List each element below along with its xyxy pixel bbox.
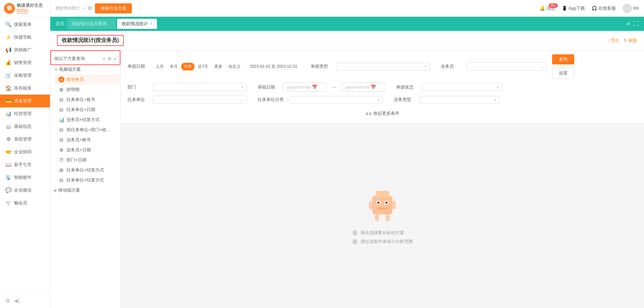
bell-icon: 🔔 [540,6,545,11]
sales-icon: 💰 [5,60,11,66]
trial-button[interactable]: 体验行业方案 [95,3,132,13]
sidebar-item-sales[interactable]: 💰 销售管理 [0,56,50,69]
desktop-group-header[interactable]: ▼ 电脑端方案 [50,64,120,74]
sidebar-footer: ⚙ ◀‖ [0,293,50,308]
sidebar-item-marketing[interactable]: 📢 营销推广 [0,44,50,56]
tree-item-counterpart-dept[interactable]: ⊟ 按往来单位+部门+收... [54,125,120,135]
counterpart-label: 往来单位 [127,97,148,103]
sidebar-logo: 畅 畅捷通好生意 标准版 [0,0,50,17]
review-date-from[interactable]: yyyy-mm-dd 📅 [283,83,327,92]
header-gear-icon[interactable]: ⚙ [88,5,92,11]
counterpart-input[interactable]: ... [153,96,247,104]
tree-item-by-detail[interactable]: ⊞ 按明细 [54,85,120,95]
sidebar: 畅 畅捷通好生意 标准版 🔍 搜索菜单 ⚡ 快捷导航 📢 营销推广 💰 销售管理… [0,0,50,308]
sidebar-menu: 🔍 搜索菜单 ⚡ 快捷导航 📢 营销推广 💰 销售管理 🛒 采购管理 🏠 库存核… [0,17,50,293]
sidebar-item-purchase[interactable]: 🛒 采购管理 [0,69,50,82]
sidebar-settings-icon[interactable]: ⚙ [5,298,10,304]
tab-bank-flow-close[interactable]: × [109,21,111,26]
avatar-img [623,4,632,13]
sidebar-item-quick-nav[interactable]: ⚡ 快捷导航 [0,31,50,44]
sidebar-item-inventory[interactable]: 🏠 库存核算 [0,82,50,95]
review-date-to[interactable]: yyyy-mm-dd 📅 [342,83,385,92]
robot-svg [362,184,402,224]
counterpart-cat-select[interactable]: ▾ [289,96,383,104]
empty-illustration: 1 请先选择要分析的方案 2 用过滤条件来缩小分析范围 [352,184,413,247]
salesman-input[interactable]: ... [466,62,547,70]
tree-item-counterpart-settlement2[interactable]: ⊟ 往来单位+结算方式 [54,175,120,185]
counterpart-cat-arrow: ▾ [378,98,379,102]
sidebar-item-member[interactable]: ▽ 畅会员 [0,197,50,209]
sidebar-item-search-menu[interactable]: 🔍 搜索菜单 [0,18,50,31]
sidebar-item-wechat[interactable]: 💬 企业微信 [0,184,50,197]
panel-settings-icon[interactable]: ⚙ [107,56,112,61]
desktop-group-items: ● 按业务员 ⊞ 按明细 ⊟ 往来单位+账号 ⊟ 往来单位+日期 [50,74,120,185]
counterpart-more-btn[interactable]: ... [240,97,244,102]
panel-add-icon[interactable]: + [103,56,105,61]
date-tab-more[interactable]: 更多 [212,63,225,70]
sidebar-item-basic[interactable]: 🗂 基础信息 [0,120,50,133]
sidebar-item-operation[interactable]: 📊 经营管理 [0,107,50,120]
filter-area: 单据日期 上月 本月 本年 近7天 更多 自定义 2023-01-01 至 20… [121,50,644,123]
tree-item-salesman-date[interactable]: ⚙ 业务员+日期 [54,145,120,155]
sidebar-item-guide[interactable]: 📖 新手引导 [0,158,50,171]
tree-item-salesman-settlement[interactable]: 📊 业务员+结算方式 [54,115,120,125]
tab-collection-stats[interactable]: 收款情况统计 × [117,19,157,29]
tab-bank-flow[interactable]: 现金银行流水查询 × [67,19,116,29]
header-right: 🔔 消息 99+ 📱 App下载 🎧 在线客服 Rit [540,4,639,13]
biz-type-label: 业务类型 [394,97,414,103]
query-button[interactable]: 查询 [552,54,574,64]
online-service-action[interactable]: 🎧 在线客服 [592,5,616,11]
tree-item-salesman-account[interactable]: ⊟ 业务员+账号 [54,135,120,145]
tree-item-counterpart-account[interactable]: ⊟ 往来单位+账号 [54,95,120,105]
salesman-more-btn[interactable]: ... [540,64,544,69]
tree-item-by-salesman[interactable]: ● 按业务员 [54,74,120,85]
empty-step-1: 1 请先选择要分析的方案 [352,230,413,236]
svg-rect-10 [375,214,379,221]
tree-item-dept-date[interactable]: ⏱ 部门+日期 [54,155,120,165]
empty-step-2: 2 用过滤条件来缩小分析范围 [352,239,413,245]
page-actions: ↑ 导出 ↻ 刷新 [607,38,638,44]
sidebar-collapse-icon[interactable]: ◀‖ [14,298,20,303]
settings-button[interactable]: 设置 [552,68,574,79]
collapse-button[interactable]: ∧∧ 收起更多条件 [365,110,399,116]
sidebar-item-system[interactable]: ⚙ 系统管理 [0,133,50,146]
user-avatar[interactable]: Rit [623,4,639,13]
refresh-button[interactable]: ↻ 刷新 [624,38,637,44]
mobile-group-header[interactable]: ▶ 移动端方案 [50,185,120,195]
biz-type-select[interactable]: ▾ [419,96,500,104]
date-tab-custom[interactable]: 自定义 [226,63,243,70]
svg-rect-2 [376,191,389,198]
date-tab-last-month[interactable]: 上月 [153,63,166,70]
salesman-date-icon: ⚙ [58,147,64,153]
tree-item-counterpart-date[interactable]: ⊟ 往来单位+日期 [54,105,120,115]
member-icon: ▽ [5,200,11,206]
tab-collection-stats-close[interactable]: × [150,21,152,26]
counterpart-dept-icon: ⊟ [58,127,64,133]
system-icon: ⚙ [5,136,11,142]
panel-collapse-icon[interactable]: « [114,56,116,61]
main-area: 收款情况统计 ▾ ⚙ 体验行业方案 🔔 消息 99+ 📱 App下载 🎧 在线客… [50,0,644,308]
wechat-icon: 💬 [5,187,11,193]
tree-item-counterpart-settlement1[interactable]: ⊞ 往来单位+结算方式 [54,165,120,175]
basic-icon: 🗂 [5,123,11,130]
export-button[interactable]: ↑ 导出 [607,38,620,44]
sidebar-item-hardware[interactable]: 📡 智能硬件 [0,171,50,184]
doc-status-select[interactable]: ▾ [422,83,502,91]
doc-type-select[interactable]: ▾ [336,63,430,70]
sidebar-item-finance[interactable]: 💳 资金管理 [0,95,50,107]
page-header: 收款情况统计(按业务员) ↑ 导出 ↻ 刷新 [50,31,644,50]
tab-home[interactable]: 首页 [56,21,64,27]
filter-row-1: 单据日期 上月 本月 本年 近7天 更多 自定义 2023-01-01 至 20… [127,54,637,79]
app-download-action[interactable]: 📱 App下载 [562,5,585,11]
tab-close-all-icon[interactable]: ✕ [626,21,631,27]
notification-action[interactable]: 🔔 消息 99+ [540,5,555,11]
sidebar-item-corp[interactable]: 🤝 企业协同 [0,146,50,158]
date-tab-this-month[interactable]: 本月 [167,63,180,70]
svg-rect-9 [392,201,396,209]
tab-expand-icon[interactable]: ⛶ [633,21,639,27]
dept-select[interactable]: ▾ [153,83,247,91]
date-tab-last-7[interactable]: 近7天 [195,63,211,70]
date-tab-this-year[interactable]: 本年 [181,63,195,70]
panel-header: 按以下方案查询 + ⚙ « [50,53,120,64]
service-icon: 🎧 [592,6,597,11]
